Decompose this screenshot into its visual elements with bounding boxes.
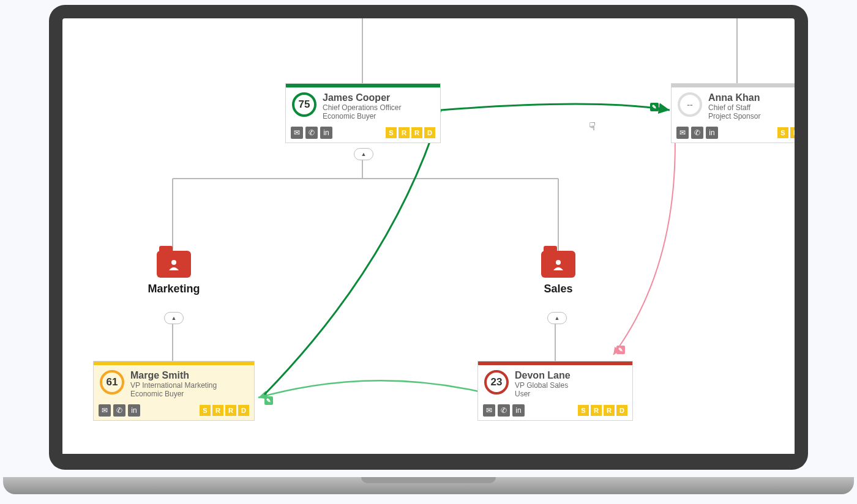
folder-icon xyxy=(541,251,575,278)
org-chart-canvas[interactable]: ✎ ✎ ✎ ☟ 75 James Cooper Chief Operations… xyxy=(62,18,795,454)
status-badges: S R R D xyxy=(578,405,627,416)
linkedin-icon[interactable]: in xyxy=(128,404,140,417)
cursor-icon: ☟ xyxy=(589,120,596,133)
email-icon[interactable]: ✉ xyxy=(483,404,495,417)
status-badges: S R R D xyxy=(386,127,435,138)
badge[interactable]: D xyxy=(424,127,435,138)
badge[interactable]: R xyxy=(212,405,223,416)
department-label: Marketing xyxy=(143,283,204,295)
card-role: Project Sponsor xyxy=(708,112,760,120)
phone-icon[interactable]: ✆ xyxy=(113,404,125,417)
card-title: Chief Operations Officer xyxy=(323,103,402,112)
contact-icons: ✉ ✆ in xyxy=(676,127,718,139)
card-title: VP Global Sales xyxy=(515,381,571,390)
relationship-icon: ✎ xyxy=(650,103,659,111)
card-name: James Cooper xyxy=(323,92,402,103)
card-title: Chief of Staff xyxy=(708,103,760,112)
card-name: Anna Khan xyxy=(708,92,760,103)
laptop-notch xyxy=(361,477,496,483)
badge[interactable]: R xyxy=(225,405,236,416)
email-icon[interactable]: ✉ xyxy=(291,127,303,139)
linkedin-icon[interactable]: in xyxy=(320,127,332,139)
collapse-toggle[interactable]: ▲ xyxy=(354,148,373,160)
badge[interactable]: S xyxy=(777,127,788,138)
linkedin-icon[interactable]: in xyxy=(512,404,525,417)
badge[interactable]: R xyxy=(411,127,422,138)
badge[interactable]: R xyxy=(591,405,602,416)
badge[interactable]: S xyxy=(578,405,589,416)
contact-icons: ✉ ✆ in xyxy=(99,404,140,417)
card-name: Devon Lane xyxy=(515,370,571,381)
phone-icon[interactable]: ✆ xyxy=(691,127,703,139)
score-ring: 75 xyxy=(292,92,316,117)
score-ring: 23 xyxy=(484,370,509,395)
status-badges: S R xyxy=(777,127,801,138)
card-james-cooper[interactable]: 75 James Cooper Chief Operations Officer… xyxy=(285,83,441,143)
svg-point-8 xyxy=(171,260,176,265)
card-name: Marge Smith xyxy=(130,370,217,381)
collapse-toggle[interactable]: ▲ xyxy=(547,312,567,324)
badge[interactable]: S xyxy=(200,405,211,416)
score-ring: -- xyxy=(678,92,702,117)
department-marketing[interactable]: Marketing xyxy=(143,251,204,295)
email-icon[interactable]: ✉ xyxy=(676,127,689,139)
card-role: User xyxy=(515,390,571,398)
badge[interactable]: R xyxy=(604,405,615,416)
phone-icon[interactable]: ✆ xyxy=(305,127,318,139)
laptop-frame: ✎ ✎ ✎ ☟ 75 James Cooper Chief Operations… xyxy=(49,5,808,470)
email-icon[interactable]: ✉ xyxy=(99,404,111,417)
department-label: Sales xyxy=(534,283,583,295)
card-marge-smith[interactable]: 61 Marge Smith VP International Marketin… xyxy=(93,361,255,421)
folder-icon xyxy=(157,251,191,278)
department-sales[interactable]: Sales xyxy=(534,251,583,295)
phone-icon[interactable]: ✆ xyxy=(498,404,510,417)
card-title: VP International Marketing xyxy=(130,381,217,390)
card-role: Economic Buyer xyxy=(323,112,402,120)
svg-point-9 xyxy=(556,260,561,265)
status-badges: S R R D xyxy=(200,405,249,416)
badge[interactable]: S xyxy=(386,127,397,138)
contact-icons: ✉ ✆ in xyxy=(483,404,525,417)
badge[interactable]: R xyxy=(790,127,801,138)
badge[interactable]: D xyxy=(616,405,627,416)
badge[interactable]: R xyxy=(399,127,410,138)
collapse-toggle[interactable]: ▲ xyxy=(164,312,184,324)
linkedin-icon[interactable]: in xyxy=(706,127,718,139)
card-anna-khan[interactable]: -- Anna Khan Chief of Staff Project Spon… xyxy=(671,83,807,143)
relationship-icon: ✎ xyxy=(264,396,273,405)
relationship-icon: ✎ xyxy=(616,346,625,354)
contact-icons: ✉ ✆ in xyxy=(291,127,332,139)
card-role: Economic Buyer xyxy=(130,390,217,398)
score-ring: 61 xyxy=(100,370,124,395)
card-devon-lane[interactable]: 23 Devon Lane VP Global Sales User ✉ ✆ i… xyxy=(477,361,633,421)
badge[interactable]: D xyxy=(238,405,249,416)
